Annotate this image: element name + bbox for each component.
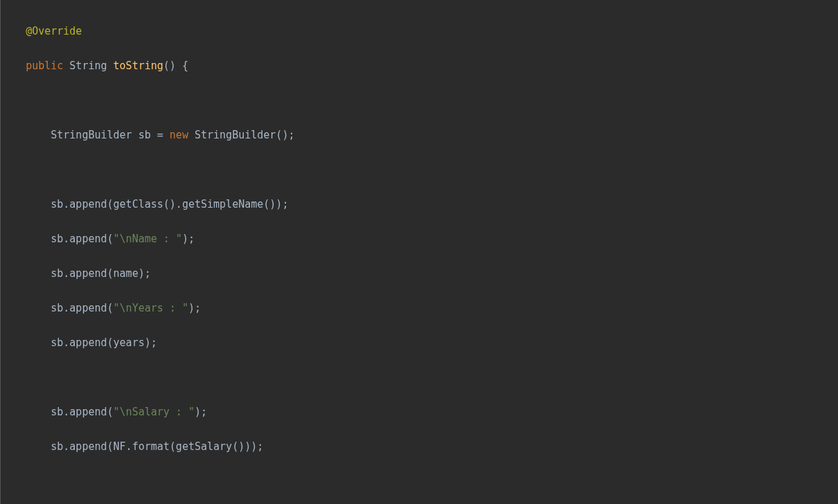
code-line-blank [1, 92, 838, 109]
indent [1, 267, 51, 280]
statement-post: ); [195, 406, 207, 418]
code-line: sb.append("\nName : "); [1, 231, 838, 248]
statement-post: ); [188, 302, 201, 314]
code-line: sb.append(getClass().getSimpleName()); [1, 196, 838, 213]
code-line: sb.append("\nSalary : "); [1, 404, 838, 421]
indent [1, 25, 26, 37]
string-literal: "\nName : " [114, 233, 182, 245]
code-line: public String toString() { [1, 57, 838, 75]
statement-pre: sb.append( [51, 406, 113, 418]
annotation: @Override [26, 25, 82, 37]
keyword-public: public [26, 60, 63, 72]
code-editor[interactable]: @Override public String toString() { Str… [1, 6, 838, 504]
var-sb: sb [132, 129, 157, 141]
indent [1, 406, 51, 418]
indent [1, 440, 51, 453]
code-line-blank [1, 161, 838, 179]
string-literal: "\nSalary : " [114, 406, 195, 418]
semicolon: ; [288, 129, 294, 141]
equals: = [157, 129, 170, 141]
indent [1, 336, 51, 349]
method-name: toString [114, 60, 163, 72]
indent [1, 129, 51, 141]
code-line: sb.append(years); [1, 334, 838, 352]
space [107, 60, 114, 72]
statement: sb.append(name); [51, 267, 151, 280]
code-line-blank [1, 473, 838, 490]
ctor-call: StringBuilder() [188, 129, 289, 141]
type-stringbuilder: StringBuilder [51, 129, 132, 141]
code-line: sb.append("\nYears : "); [1, 300, 838, 317]
code-line: StringBuilder sb = new StringBuilder(); [1, 127, 838, 144]
indent [1, 60, 26, 72]
code-line: sb.append(name); [1, 265, 838, 282]
string-literal: "\nYears : " [114, 302, 188, 314]
indent [1, 233, 51, 245]
statement-pre: sb.append( [51, 302, 113, 314]
statement: sb.append(NF.format(getSalary())); [51, 440, 263, 453]
statement-post: ); [182, 233, 195, 245]
code-line: sb.append(NF.format(getSalary())); [1, 438, 838, 456]
statement-pre: sb.append( [51, 233, 113, 245]
params: () [163, 60, 176, 72]
code-line-blank [1, 369, 838, 386]
code-line: @Override [1, 23, 838, 40]
return-type: String [69, 60, 107, 72]
statement: sb.append(years); [51, 336, 157, 349]
indent [1, 302, 51, 314]
brace-open: { [176, 60, 188, 72]
indent [1, 198, 51, 210]
space [63, 60, 69, 72]
statement: sb.append(getClass().getSimpleName()); [51, 198, 288, 210]
keyword-new: new [170, 129, 188, 141]
